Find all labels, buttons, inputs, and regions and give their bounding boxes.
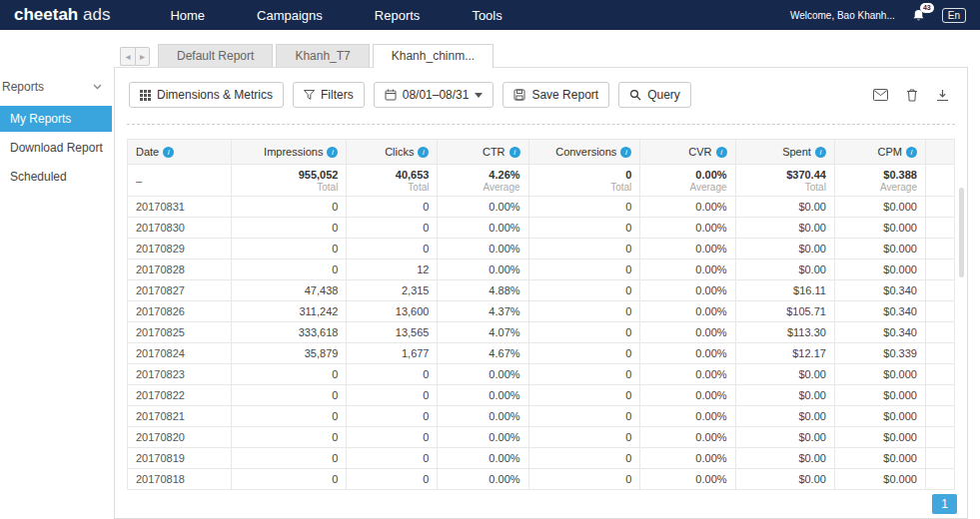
table-row: 20170821000.00%00.00%$0.00$0.000 xyxy=(128,406,955,427)
column-header-ctr[interactable]: CTRi xyxy=(438,140,528,165)
table-cell: 0 xyxy=(231,364,347,385)
save-report-button[interactable]: Save Report xyxy=(502,82,609,108)
summary-cell: 4.26%Average xyxy=(438,165,528,197)
sidebar-section-label: Reports xyxy=(2,80,44,94)
brand-logo[interactable]: cheetah ads xyxy=(14,5,110,25)
summary-cell: 955,052Total xyxy=(231,165,347,197)
column-header-clicks[interactable]: Clicksi xyxy=(347,140,438,165)
table-cell: 0 xyxy=(347,385,438,406)
column-header-spent[interactable]: Spenti xyxy=(735,140,834,165)
table-row: 20170818000.00%00.00%$0.00$0.000 xyxy=(128,469,955,490)
welcome-user-link[interactable]: Welcome, Bao Khanh... xyxy=(790,10,895,21)
table-cell: 35,879 xyxy=(231,343,347,364)
table-cell: 0 xyxy=(528,385,640,406)
notifications-bell-icon[interactable]: 43 xyxy=(911,8,926,23)
table-cell: $12.17 xyxy=(735,343,834,364)
column-header-cpm[interactable]: CPMi xyxy=(834,140,925,165)
table-cell: 0.00% xyxy=(438,197,528,218)
nav-item-reports[interactable]: Reports xyxy=(375,8,421,23)
sidebar-section-reports[interactable]: Reports xyxy=(0,74,112,100)
report-tabs: Default ReportKhanh_T7Khanh_chinm... xyxy=(158,44,496,67)
table-cell: 333,618 xyxy=(231,322,347,343)
info-icon[interactable]: i xyxy=(418,147,429,158)
email-icon[interactable] xyxy=(873,89,888,101)
table-cell: 0 xyxy=(347,364,438,385)
table-cell: $0.000 xyxy=(834,260,925,280)
date-cell: 20170828 xyxy=(128,260,232,280)
sidebar-item-download-report[interactable]: Download Report xyxy=(0,135,112,161)
summary-row: –955,052Total40,653Total4.26%Average0Tot… xyxy=(128,165,955,197)
column-header-impressions[interactable]: Impressionsi xyxy=(231,140,347,165)
nav-item-tools[interactable]: Tools xyxy=(472,8,501,23)
tabs-prev-button[interactable]: ◂ xyxy=(120,47,135,66)
tab-default-report[interactable]: Default Report xyxy=(158,44,273,67)
date-cell: 20170831 xyxy=(128,197,232,218)
column-header-conversions[interactable]: Conversionsi xyxy=(528,140,640,165)
table-cell: 0 xyxy=(347,427,438,448)
info-icon[interactable]: i xyxy=(509,147,520,158)
table-cell: 0 xyxy=(231,260,347,280)
table-cell: 0 xyxy=(347,469,438,490)
table-cell: 1,677 xyxy=(347,343,438,364)
table-cell: 0 xyxy=(528,239,640,260)
column-label: Impressions xyxy=(264,146,323,158)
table-cell: 0 xyxy=(231,448,347,469)
table-cell: 12 xyxy=(347,260,438,280)
table-cell: 47,438 xyxy=(231,280,347,301)
summary-value: $0.388 xyxy=(843,169,917,181)
table-cell: $0.000 xyxy=(834,469,925,490)
info-icon[interactable]: i xyxy=(716,147,727,158)
funnel-icon xyxy=(304,90,315,100)
summary-value: 4.26% xyxy=(446,169,519,181)
info-icon[interactable]: i xyxy=(815,147,826,158)
table-row: 20170830000.00%00.00%$0.00$0.000 xyxy=(128,218,955,239)
page-1-button[interactable]: 1 xyxy=(932,494,957,514)
date-range-button[interactable]: 08/01–08/31 xyxy=(374,82,494,108)
table-scrollbar[interactable] xyxy=(959,188,964,277)
table-cell: $0.000 xyxy=(834,218,925,239)
main-content: ◂ ▸ Default ReportKhanh_T7Khanh_chinm...… xyxy=(112,30,980,519)
table-cell: $0.000 xyxy=(834,385,925,406)
info-icon[interactable]: i xyxy=(906,147,917,158)
nav-item-home[interactable]: Home xyxy=(170,8,205,23)
pagination: 1 xyxy=(932,494,957,514)
table-cell: 0 xyxy=(231,385,347,406)
sidebar-item-my-reports[interactable]: My Reports xyxy=(0,106,112,132)
info-icon[interactable]: i xyxy=(620,147,631,158)
table-cell: 0 xyxy=(528,406,640,427)
date-cell: 20170825 xyxy=(128,322,232,343)
tabs-next-button[interactable]: ▸ xyxy=(135,47,150,66)
table-cell: 0 xyxy=(347,448,438,469)
summary-sublabel: Total xyxy=(744,182,826,193)
save-report-label: Save Report xyxy=(531,88,598,102)
nav-item-campaigns[interactable]: Campaigns xyxy=(257,8,323,23)
sidebar-item-scheduled[interactable]: Scheduled xyxy=(0,164,112,190)
table-row: 20170831000.00%00.00%$0.00$0.000 xyxy=(128,197,955,218)
table-cell: 0 xyxy=(528,197,640,218)
brand-ads: ads xyxy=(78,5,110,24)
dimensions-metrics-button[interactable]: Dimensions & Metrics xyxy=(129,82,284,108)
summary-cell: $370.44Total xyxy=(735,165,834,197)
table-cell: $0.00 xyxy=(735,364,834,385)
download-icon[interactable] xyxy=(936,89,949,102)
filters-button[interactable]: Filters xyxy=(293,82,365,108)
column-header-date[interactable]: Datei xyxy=(128,140,232,165)
table-cell: 0.00% xyxy=(640,343,735,364)
tab-khanh-t7[interactable]: Khanh_T7 xyxy=(276,44,369,67)
tab-khanh-chinm[interactable]: Khanh_chinm... xyxy=(373,44,493,68)
table-cell: $0.00 xyxy=(735,218,834,239)
column-header-cvr[interactable]: CVRi xyxy=(640,140,735,165)
column-label: CPM xyxy=(878,146,902,158)
info-icon[interactable]: i xyxy=(327,147,338,158)
query-button[interactable]: Query xyxy=(618,82,691,108)
summary-date-cell: – xyxy=(128,165,232,197)
date-cell: 20170819 xyxy=(128,448,232,469)
info-icon[interactable]: i xyxy=(163,147,174,158)
language-button[interactable]: En xyxy=(942,8,966,23)
table-cell: 0 xyxy=(528,260,640,280)
trash-icon[interactable] xyxy=(906,89,918,102)
summary-sublabel: Total xyxy=(537,182,632,193)
date-range-label: 08/01–08/31 xyxy=(403,88,470,102)
toolbar: Dimensions & Metrics Filters 08/01–08/31… xyxy=(127,80,955,116)
table-cell: $0.000 xyxy=(834,427,925,448)
